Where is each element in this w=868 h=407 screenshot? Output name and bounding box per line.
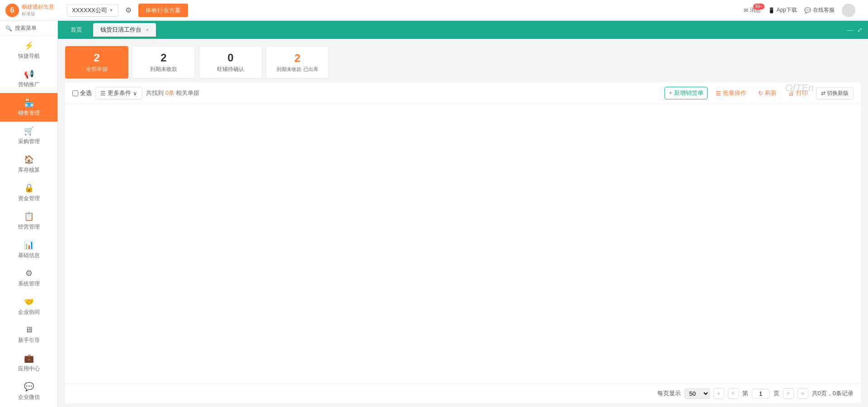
sidebar-item-label: 快捷导航 xyxy=(18,52,40,60)
service-icon: 💬 xyxy=(804,7,811,14)
guide-icon: 🖥 xyxy=(25,325,33,335)
base-info-icon: 📊 xyxy=(24,240,34,250)
download-icon: 📱 xyxy=(768,7,775,14)
tab-maximize-button[interactable]: ⤢ xyxy=(857,26,863,33)
first-page-button[interactable]: « xyxy=(713,388,724,399)
sidebar-item-label: 系统管理 xyxy=(18,280,40,288)
tab-bar-right: — ⤢ xyxy=(847,26,863,33)
tab-close-icon[interactable]: × xyxy=(146,27,149,33)
filter-button[interactable]: ☰ 更多条件 ∨ xyxy=(95,87,142,99)
total-info: 共0页，0条记录 xyxy=(812,389,854,398)
filter-chevron-icon: ∨ xyxy=(133,90,137,97)
sidebar-item-guide[interactable]: 🖥 新手引导 xyxy=(0,321,57,349)
sidebar-item-app-center[interactable]: 💼 应用中心 xyxy=(0,349,57,377)
sales-icon: 🏪 xyxy=(24,98,34,108)
logo-area: 6 畅捷通好生意 标准版 xyxy=(5,4,54,17)
sidebar-item-sales[interactable]: 🏪 销售管理 xyxy=(0,93,57,122)
search-icon: 🔍 xyxy=(5,25,12,32)
batch-icon: ☰ xyxy=(716,90,721,97)
sidebar-item-wechat[interactable]: 💬 企业微信 xyxy=(0,377,57,406)
page-info-prefix: 第 xyxy=(742,389,748,398)
message-button[interactable]: ✉ 消息 99+ xyxy=(744,6,761,14)
message-badge: 99+ xyxy=(753,4,764,9)
stat-label-overdue: 到期未收款 xyxy=(150,65,177,73)
quick-nav-icon: ⚡ xyxy=(24,41,34,51)
sidebar-item-purchase[interactable]: 🛒 采购管理 xyxy=(0,122,57,150)
logo-icon: 6 xyxy=(5,4,19,17)
sidebar-item-enterprise[interactable]: 🤝 企业协同 xyxy=(0,292,57,321)
add-sale-button[interactable]: + 新增销货单 xyxy=(665,87,707,99)
sidebar-item-label: 经营管理 xyxy=(18,223,40,231)
refresh-button[interactable]: ↻ 刷新 xyxy=(755,87,780,99)
sidebar-item-inventory[interactable]: 🏠 库存核算 xyxy=(0,150,57,178)
settings-button[interactable]: ⚙ xyxy=(122,4,135,17)
prev-page-icon: < xyxy=(731,390,735,397)
stat-num-all: 2 xyxy=(94,51,99,65)
sidebar-item-system[interactable]: ⚙ 系统管理 xyxy=(0,264,57,292)
select-all-checkbox[interactable]: 全选 xyxy=(72,89,92,97)
app-download-button[interactable]: 📱 App下载 xyxy=(768,6,797,14)
tab-active[interactable]: 钱货日清工作台 × xyxy=(93,23,156,37)
toolbar-left: 全选 ☰ 更多条件 ∨ 共找到 0条 相关单据 xyxy=(72,87,659,99)
search-menu-label: 搜索菜单 xyxy=(15,24,37,32)
found-text: 共找到 0条 相关单据 xyxy=(146,89,199,97)
tab-minimize-button[interactable]: — xyxy=(847,26,854,33)
page-size-select[interactable]: 50 10 20 100 xyxy=(684,388,710,399)
table-area xyxy=(65,104,861,383)
sidebar-item-finance[interactable]: 🔒 资金管理 xyxy=(0,178,57,207)
select-all-input[interactable] xyxy=(72,90,78,96)
company-selector[interactable]: XXXXXX公司 ▼ xyxy=(67,4,118,17)
tab-home[interactable]: 首页 xyxy=(63,23,90,37)
first-page-icon: « xyxy=(717,390,720,397)
stat-label-all: 全部单据 xyxy=(86,65,108,73)
operations-icon: 📋 xyxy=(24,211,34,221)
sidebar-item-quick-nav[interactable]: ⚡ 快捷导航 xyxy=(0,36,57,65)
batch-label: 批量操作 xyxy=(723,89,746,97)
search-menu-item[interactable]: 🔍 搜索菜单 xyxy=(0,21,57,36)
message-icon: ✉ xyxy=(744,7,748,14)
batch-operation-button[interactable]: ☰ 批量操作 xyxy=(712,87,750,99)
stat-card-overdue[interactable]: 2 到期未收款 xyxy=(132,46,195,79)
stat-card-all[interactable]: 2 全部单据 xyxy=(65,46,128,79)
next-page-button[interactable]: > xyxy=(783,388,794,399)
sidebar-item-label: 营销推广 xyxy=(18,81,40,89)
sidebar-item-label: 基础信息 xyxy=(18,252,40,259)
logo-text: 畅捷通好生意 标准版 xyxy=(22,4,54,17)
sidebar-item-label: 企业微信 xyxy=(18,393,40,401)
sidebar-item-label: 应用中心 xyxy=(18,365,40,373)
sidebar-item-operations[interactable]: 📋 经营管理 xyxy=(0,207,57,235)
marketing-icon: 📢 xyxy=(24,69,34,79)
tab-active-label: 钱货日清工作台 xyxy=(100,26,142,34)
sidebar: 🔍 搜索菜单 ⚡ 快捷导航 📢 营销推广 🏪 销售管理 🛒 采购管理 🏠 库存核… xyxy=(0,21,58,407)
online-service-button[interactable]: 💬 在线客服 xyxy=(804,6,835,14)
filter-label: 更多条件 xyxy=(108,89,131,97)
trial-button[interactable]: 体验行业方案 xyxy=(138,4,188,17)
prev-page-button[interactable]: < xyxy=(728,388,739,399)
page-number-input[interactable] xyxy=(752,389,770,398)
page-size-label: 每页显示 xyxy=(657,389,681,398)
app-center-icon: 💼 xyxy=(24,353,34,363)
stat-num-wangwang: 0 xyxy=(227,51,233,65)
sidebar-item-label: 新手引导 xyxy=(18,337,40,344)
last-page-button[interactable]: » xyxy=(797,388,808,399)
refresh-label: 刷新 xyxy=(765,89,777,97)
filter-icon: ☰ xyxy=(100,90,106,97)
sidebar-item-marketing[interactable]: 📢 营销推广 xyxy=(0,65,57,93)
stat-card-wangwang[interactable]: 0 旺辅待确认 xyxy=(199,46,262,79)
select-all-label: 全选 xyxy=(80,89,92,97)
header-right: ✉ 消息 99+ 📱 App下载 💬 在线客服 xyxy=(744,4,863,17)
add-sale-label: + 新增销货单 xyxy=(669,89,703,97)
print-button[interactable]: 🖨 打印 xyxy=(785,87,811,99)
sidebar-item-label: 销售管理 xyxy=(18,109,40,117)
company-name: XXXXXX公司 xyxy=(72,6,107,14)
switch-version-button[interactable]: ⇄ 切换新版 xyxy=(816,87,854,99)
stat-card-overdue-shipped[interactable]: 2 到期未收款 已出库 xyxy=(266,46,329,79)
inventory-icon: 🏠 xyxy=(24,154,34,164)
sidebar-item-base-info[interactable]: 📊 基础信息 xyxy=(0,235,57,264)
page-info-suffix: 页 xyxy=(774,389,779,398)
stats-row: 2 全部单据 2 到期未收款 0 旺辅待确认 2 到期未收款 已出库 xyxy=(58,39,868,79)
finance-icon: 🔒 xyxy=(24,183,34,193)
avatar[interactable] xyxy=(842,4,855,17)
sidebar-item-label: 企业协同 xyxy=(18,309,40,316)
sidebar-item-label: 库存核算 xyxy=(18,166,40,174)
